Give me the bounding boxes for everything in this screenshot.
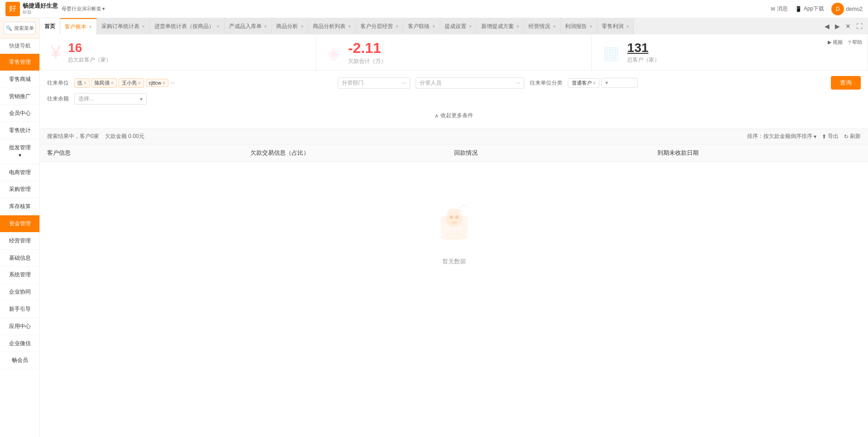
app-download-btn[interactable]: 📱 App下载 [795, 5, 824, 13]
sidebar-item-new-guide[interactable]: 新手引导 [0, 301, 39, 318]
unit-type-dropdown[interactable]: ▾ [601, 78, 638, 88]
tab-customer-tier[interactable]: 客户分层经营 × [356, 18, 403, 34]
sidebar-item-ecommerce[interactable]: 电商管理 [0, 164, 39, 181]
unit-label: 往来单位 [47, 79, 69, 87]
account-dropdown[interactable]: 母婴行业演示帐套 ▾ [62, 5, 105, 12]
balance-chevron-icon: ▾ [140, 96, 143, 102]
quick-nav-btn[interactable]: 快捷导航 [0, 38, 39, 54]
tab-fullscreen-btn[interactable]: ⛶ [854, 22, 864, 31]
sidebar-item-system[interactable]: 系统管理 [0, 266, 39, 284]
dept-expand-icon: ··· [401, 80, 406, 86]
tab-close-all-btn[interactable]: ✕ [844, 22, 853, 31]
debt-customers-icon: ¥ [51, 42, 61, 62]
refresh-btn[interactable]: ↻ 刷新 [844, 133, 861, 140]
filter-tag-chenmingiang[interactable]: 陈民强 × [91, 78, 117, 88]
tab-close-icon[interactable]: × [469, 24, 472, 29]
sidebar-item-member-center[interactable]: 会员中心 [0, 105, 39, 122]
tab-close-icon[interactable]: × [626, 24, 629, 29]
tab-close-icon[interactable]: × [553, 24, 556, 29]
export-btn[interactable]: ⬆ 导出 [822, 133, 839, 140]
tag-close-wang[interactable]: × [138, 81, 141, 86]
tab-retail-profit[interactable]: 零售利润 × [597, 18, 634, 34]
main-content: ¥ 16 总欠款客户（家） ◈ -2.11 欠款合计（万） ▶ 视频 ? 帮助 … [40, 34, 868, 437]
more-tags-btn[interactable]: ··· [170, 80, 175, 86]
balance-select[interactable]: 选择... ▾ [74, 93, 147, 104]
col-debt-info: 欠款交易信息（占比） [250, 149, 454, 157]
search-menu-btn[interactable]: 🔍 搜索菜单 [4, 22, 36, 34]
tab-product-instock[interactable]: 产成品入库单 × [225, 18, 272, 34]
sidebar-item-capital[interactable]: 资金管理 [0, 215, 39, 233]
refresh-icon: ↻ [844, 133, 849, 140]
unit-type-label: 往来单位分类 [530, 79, 562, 87]
tab-close-icon[interactable]: × [348, 24, 351, 29]
tab-add-commission[interactable]: 新增提成方案 × [477, 18, 524, 34]
stat-label-debt-amount: 欠款合计（万） [348, 57, 386, 65]
tab-purchase-order-stats[interactable]: 采购订单统计表 × [97, 18, 150, 34]
tab-customer-account[interactable]: 客户账本 × [60, 18, 97, 34]
sidebar-item-wholesale-management[interactable]: 批发管理 ▾ [0, 139, 39, 164]
sort-select[interactable]: 排序：按欠款金额倒序排序 ▾ [747, 133, 816, 140]
sidebar-item-purchase[interactable]: 采购管理 [0, 181, 39, 198]
tab-close-icon[interactable]: × [396, 24, 398, 29]
person-select[interactable]: 分管人员 ··· [416, 77, 524, 89]
query-button[interactable]: 查询 [831, 76, 861, 90]
sidebar-item-wechat[interactable]: 企业微信 [0, 335, 39, 352]
sidebar-item-chang-member[interactable]: 畅会员 [0, 352, 39, 369]
tab-goods-analysis-list[interactable]: 商品分析列表 × [308, 18, 356, 34]
stat-total-debt-amount: ◈ -2.11 欠款合计（万） [316, 34, 592, 70]
video-btn[interactable]: ▶ 视频 [828, 39, 843, 46]
tab-close-icon[interactable]: × [217, 24, 220, 29]
sidebar-item-enterprise-collab[interactable]: 企业协同 [0, 284, 39, 301]
help-btn[interactable]: ? 帮助 [848, 39, 862, 46]
sidebar-search-area: 🔍 搜索菜单 [0, 18, 39, 38]
filter-tag-wu[interactable]: 伍 × [74, 78, 90, 88]
filter-tag-wangxiaoliang[interactable]: 王小亮 × [119, 78, 144, 88]
tab-close-icon[interactable]: × [301, 24, 303, 29]
tab-customer-contact[interactable]: 客户联络 × [403, 18, 440, 34]
stats-bar: ¥ 16 总欠款客户（家） ◈ -2.11 欠款合计（万） ▶ 视频 ? 帮助 … [40, 34, 868, 71]
tab-next-btn[interactable]: ▶ [833, 22, 842, 31]
tab-close-icon[interactable]: × [142, 24, 145, 29]
collapse-btn[interactable]: ∧ 收起更多条件 [47, 112, 861, 119]
unit-filter-tags: 伍 × 陈民强 × 王小亮 × cjttcw × ··· [74, 78, 332, 88]
tab-close-icon[interactable]: × [89, 24, 92, 29]
empty-icon [432, 198, 477, 252]
sidebar-item-retail-mall[interactable]: 零售商城 [0, 71, 39, 88]
sidebar-item-basic-info[interactable]: 基础信息 [0, 250, 39, 267]
message-icon: ✉ [771, 6, 775, 12]
tab-prev-btn[interactable]: ◀ [823, 22, 831, 31]
tab-profit-report[interactable]: 利润报告 × [561, 18, 597, 34]
tag-close-chen[interactable]: × [111, 81, 114, 86]
top-bar-right: ✉ 消息 📱 App下载 D demo2 [771, 3, 863, 15]
tab-operation-status[interactable]: 经营情况 × [524, 18, 561, 34]
stat-total-customers: ▶ 视频 ? 帮助 ▦ 131 总客户（家） [592, 34, 868, 70]
logo-icon: 好 [5, 2, 20, 16]
sidebar-item-retail-management[interactable]: 零售管理 [0, 54, 39, 71]
unit-type-tag-close[interactable]: × [593, 81, 596, 86]
sidebar-item-marketing[interactable]: 营销推广 [0, 88, 39, 105]
result-actions: 排序：按欠款金额倒序排序 ▾ ⬆ 导出 ↻ 刷新 [747, 133, 861, 140]
user-menu[interactable]: D demo2 [831, 3, 863, 15]
tab-commission-setting[interactable]: 提成设置 × [440, 18, 477, 34]
sidebar-item-retail-stats[interactable]: 零售统计 [0, 122, 39, 139]
filter-type-tag-normal[interactable]: 普通客户 × [568, 78, 600, 88]
sidebar-item-app-center[interactable]: 应用中心 [0, 318, 39, 335]
tag-close-wu[interactable]: × [84, 81, 86, 86]
tab-goods-stats[interactable]: 进货单统计表（按商品） × [150, 18, 225, 34]
dept-select[interactable]: 分管部门 ··· [338, 77, 410, 89]
message-btn[interactable]: ✉ 消息 [771, 5, 788, 13]
stat-number-debt-amount: -2.11 [348, 40, 386, 57]
tag-close-cjttcw[interactable]: × [163, 81, 165, 86]
tab-goods-analysis[interactable]: 商品分析 × [272, 18, 308, 34]
filter-tag-cjttcw[interactable]: cjttcw × [146, 79, 168, 87]
sidebar-item-operation[interactable]: 经营管理 [0, 233, 39, 250]
sidebar-item-inventory[interactable]: 库存核算 [0, 198, 39, 215]
person-expand-icon: ··· [515, 80, 520, 86]
tab-close-icon[interactable]: × [264, 24, 267, 29]
tab-close-icon[interactable]: × [590, 24, 592, 29]
tab-home[interactable]: 首页 [40, 18, 60, 34]
mobile-icon: 📱 [795, 6, 802, 12]
tab-close-icon[interactable]: × [432, 24, 435, 29]
collapse-up-icon: ∧ [435, 113, 439, 119]
tab-close-icon[interactable]: × [517, 24, 519, 29]
